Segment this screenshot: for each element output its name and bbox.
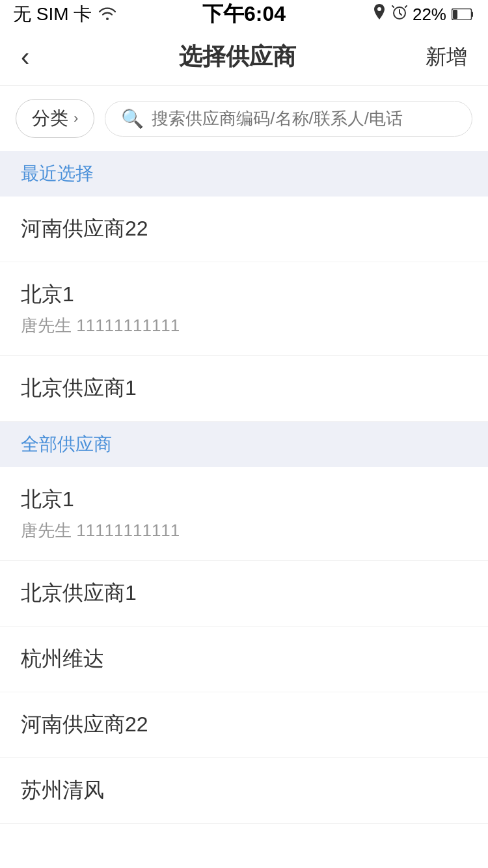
category-button[interactable]: 分类 › [16,99,94,138]
all-list-item[interactable]: 北京供应商1 [0,561,488,627]
svg-rect-2 [453,10,457,19]
status-bar: 无 SIM 卡 下午6:04 22% [0,0,488,29]
recent-list-item[interactable]: 北京供应商1 [0,356,488,422]
recent-section-header: 最近选择 [0,151,488,197]
item-name: 河南供应商22 [21,711,467,739]
recent-list-item[interactable]: 北京1唐先生 11111111111 [0,262,488,356]
all-section-header: 全部供应商 [0,422,488,467]
all-list-item[interactable]: 北京1唐先生 11111111111 [0,467,488,561]
chevron-right-icon: › [74,110,78,127]
item-name: 北京供应商1 [21,374,467,403]
status-time: 下午6:04 [202,0,286,29]
category-label: 分类 [32,106,68,131]
search-icon: 🔍 [121,108,144,129]
battery-text: 22% [413,5,446,25]
item-sub: 唐先生 11111111111 [21,314,467,337]
item-sub: 唐先生 11111111111 [21,519,467,542]
recent-list-item[interactable]: 河南供应商22 [0,197,488,262]
all-list-item[interactable]: 苏州清风 [0,758,488,824]
item-name: 北京1 [21,280,467,309]
recent-items-list: 河南供应商22北京1唐先生 11111111111北京供应商1 [0,197,488,422]
location-icon [372,4,386,25]
item-name: 河南供应商22 [21,215,467,243]
wifi-icon [98,4,116,25]
nav-bar: ‹ 选择供应商 新增 [0,29,488,86]
status-left: 无 SIM 卡 [13,2,116,27]
item-name: 北京供应商1 [21,579,467,608]
page-title: 选择供应商 [60,41,415,73]
status-right: 22% [372,4,475,25]
search-input[interactable] [152,109,456,129]
all-list-item[interactable]: 杭州维达 [0,627,488,692]
all-list-item[interactable]: 河南供应商22 [0,692,488,758]
item-name: 苏州清风 [21,776,467,805]
alarm-icon [392,4,407,25]
add-button[interactable]: 新增 [415,43,467,72]
item-name: 北京1 [21,485,467,514]
battery-icon [452,5,475,25]
filter-bar: 分类 › 🔍 [0,86,488,151]
search-box: 🔍 [105,101,472,137]
back-button[interactable]: ‹ [21,42,60,72]
item-name: 杭州维达 [21,645,467,673]
all-items-list: 北京1唐先生 11111111111北京供应商1杭州维达河南供应商22苏州清风 [0,467,488,824]
carrier-text: 无 SIM 卡 [13,2,92,27]
